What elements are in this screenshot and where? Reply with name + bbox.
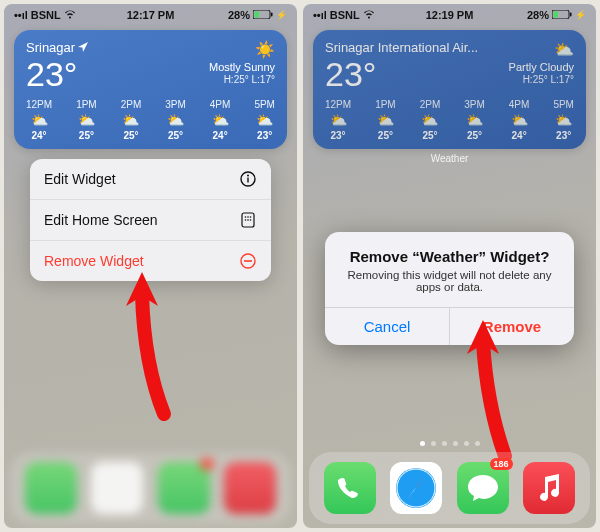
hour-label: 4PM xyxy=(210,99,231,110)
hour-slot: 4PM⛅24° xyxy=(509,99,530,141)
dock-safari[interactable] xyxy=(91,462,143,514)
hour-temp: 23° xyxy=(556,130,571,141)
location-arrow-icon xyxy=(78,40,88,55)
sun-icon: ⛅ xyxy=(509,40,574,59)
weather-hour-icon: ⛅ xyxy=(555,113,572,127)
weather-widget[interactable]: Srinagar International Air... 23° ⛅ Part… xyxy=(313,30,586,149)
phone-right: ••ıl BSNL 12:19 PM 28% ⚡ Srinagar Intern… xyxy=(303,4,596,528)
hour-label: 12PM xyxy=(26,99,52,110)
hour-temp: 23° xyxy=(331,130,346,141)
status-bar: ••ıl BSNL 12:19 PM 28% ⚡ xyxy=(303,4,596,24)
weather-high-low: H:25° L:17° xyxy=(209,74,275,85)
page-dot xyxy=(420,441,425,446)
svg-point-11 xyxy=(247,219,249,221)
context-menu: Edit Widget Edit Home Screen Remove Widg… xyxy=(30,159,271,281)
page-dot xyxy=(431,441,436,446)
hour-slot: 12PM⛅24° xyxy=(26,99,52,141)
menu-remove-widget[interactable]: Remove Widget xyxy=(30,241,271,281)
weather-condition: Mostly Sunny xyxy=(209,61,275,73)
remove-dialog: Remove “Weather” Widget? Removing this w… xyxy=(325,232,574,345)
svg-point-8 xyxy=(247,216,249,218)
hour-slot: 12PM⛅23° xyxy=(325,99,351,141)
hour-slot: 1PM⛅25° xyxy=(375,99,396,141)
dock-safari[interactable] xyxy=(390,462,442,514)
dialog-cancel-button[interactable]: Cancel xyxy=(325,308,449,345)
svg-rect-5 xyxy=(247,178,248,183)
weather-hour-icon: ⛅ xyxy=(511,113,528,127)
weather-hour-icon: ⛅ xyxy=(122,113,139,127)
svg-point-10 xyxy=(245,219,247,221)
weather-widget[interactable]: Srinagar 23° ☀️ Mostly Sunny H:25° L:17°… xyxy=(14,30,287,149)
hour-label: 3PM xyxy=(165,99,186,110)
hour-temp: 25° xyxy=(378,130,393,141)
menu-label: Edit Home Screen xyxy=(44,212,158,228)
dock: 186 xyxy=(309,452,590,524)
hour-temp: 25° xyxy=(422,130,437,141)
page-dot xyxy=(475,441,480,446)
hour-temp: 25° xyxy=(168,130,183,141)
dock-phone[interactable] xyxy=(25,462,77,514)
weather-temp: 23° xyxy=(325,57,478,91)
page-dot xyxy=(464,441,469,446)
hour-label: 5PM xyxy=(553,99,574,110)
info-icon xyxy=(239,170,257,188)
hour-label: 2PM xyxy=(121,99,142,110)
hour-temp: 25° xyxy=(79,130,94,141)
weather-hour-icon: ⛅ xyxy=(31,113,48,127)
hour-temp: 24° xyxy=(213,130,228,141)
hour-temp: 25° xyxy=(123,130,138,141)
status-bar: ••ıl BSNL 12:17 PM 28% ⚡ xyxy=(4,4,297,24)
dock-messages[interactable]: • xyxy=(158,462,210,514)
hour-slot: 4PM⛅24° xyxy=(210,99,231,141)
page-dot xyxy=(442,441,447,446)
badge: • xyxy=(200,458,214,470)
weather-hour-icon: ⛅ xyxy=(167,113,184,127)
hour-slot: 5PM⛅23° xyxy=(553,99,574,141)
weather-hour-icon: ⛅ xyxy=(377,113,394,127)
menu-edit-home[interactable]: Edit Home Screen xyxy=(30,200,271,241)
dock-music[interactable] xyxy=(523,462,575,514)
svg-point-9 xyxy=(250,216,252,218)
weather-hour-icon: ⛅ xyxy=(466,113,483,127)
hour-temp: 25° xyxy=(467,130,482,141)
menu-edit-widget[interactable]: Edit Widget xyxy=(30,159,271,200)
widget-label: Weather xyxy=(303,153,596,164)
hour-temp: 24° xyxy=(32,130,47,141)
hour-temp: 23° xyxy=(257,130,272,141)
dock-messages[interactable]: 186 xyxy=(457,462,509,514)
sun-icon: ☀️ xyxy=(209,40,275,59)
svg-point-7 xyxy=(245,216,247,218)
page-indicator[interactable] xyxy=(303,441,596,446)
weather-hourly: 12PM⛅24°1PM⛅25°2PM⛅25°3PM⛅25°4PM⛅24°5PM⛅… xyxy=(26,99,275,141)
weather-hour-icon: ⛅ xyxy=(212,113,229,127)
hour-temp: 24° xyxy=(512,130,527,141)
hour-slot: 3PM⛅25° xyxy=(165,99,186,141)
hour-slot: 2PM⛅25° xyxy=(121,99,142,141)
hour-slot: 2PM⛅25° xyxy=(420,99,441,141)
dock: • xyxy=(10,452,291,524)
weather-location-text: Srinagar xyxy=(26,40,75,55)
dialog-message: Removing this widget will not delete any… xyxy=(339,269,560,293)
status-time: 12:17 PM xyxy=(4,9,297,21)
hour-label: 4PM xyxy=(509,99,530,110)
hour-slot: 5PM⛅23° xyxy=(254,99,275,141)
hour-label: 2PM xyxy=(420,99,441,110)
hour-slot: 1PM⛅25° xyxy=(76,99,97,141)
remove-icon xyxy=(239,252,257,270)
weather-high-low: H:25° L:17° xyxy=(509,74,574,85)
messages-badge: 186 xyxy=(490,458,513,470)
dock-phone[interactable] xyxy=(324,462,376,514)
hour-label: 12PM xyxy=(325,99,351,110)
hour-label: 1PM xyxy=(76,99,97,110)
dialog-remove-button[interactable]: Remove xyxy=(449,308,574,345)
menu-label: Edit Widget xyxy=(44,171,116,187)
weather-temp: 23° xyxy=(26,57,88,91)
hour-slot: 3PM⛅25° xyxy=(464,99,485,141)
weather-condition: Partly Cloudy xyxy=(509,61,574,73)
annotation-arrow xyxy=(114,264,194,424)
weather-location: Srinagar xyxy=(26,40,88,55)
weather-hour-icon: ⛅ xyxy=(421,113,438,127)
dock-music[interactable] xyxy=(224,462,276,514)
svg-point-12 xyxy=(250,219,252,221)
weather-hour-icon: ⛅ xyxy=(256,113,273,127)
